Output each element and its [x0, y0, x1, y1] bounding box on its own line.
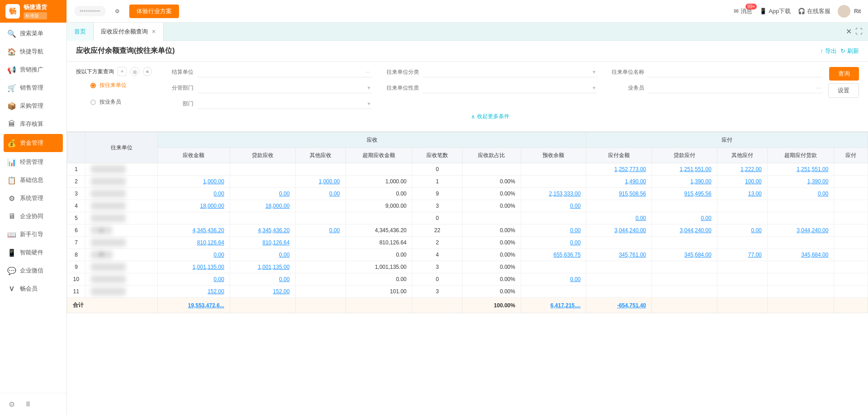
- salesperson-dots[interactable]: ···: [815, 85, 823, 91]
- sidebar-item-system[interactable]: ⚙ 系统管理: [0, 189, 66, 207]
- partner-nature-input[interactable]: [423, 83, 591, 93]
- table-cell[interactable]: 0.00: [521, 200, 586, 212]
- table-cell[interactable]: 345,684.00: [652, 249, 717, 261]
- table-cell[interactable]: 1,000.00: [295, 176, 345, 188]
- table-cell[interactable]: 4,345,436.20: [158, 224, 230, 237]
- table-cell[interactable]: 915,495.56: [652, 188, 717, 200]
- table-cell[interactable]: 0.00: [230, 188, 295, 200]
- table-cell[interactable]: 0.00: [158, 273, 230, 286]
- partner-nature-chevron[interactable]: ▾: [591, 85, 597, 91]
- scheme-collapse-button[interactable]: «: [143, 67, 152, 76]
- table-cell[interactable]: 1,001,135.00: [230, 261, 295, 273]
- footer-ap-total[interactable]: -654,751.40: [586, 298, 652, 313]
- table-cell[interactable]: 810,126.64: [230, 237, 295, 249]
- table-cell[interactable]: 1,390.00: [767, 176, 834, 188]
- setting-button[interactable]: 设置: [828, 83, 859, 98]
- settlement-unit-input[interactable]: [197, 67, 364, 77]
- table-cell[interactable]: 1,251,551.00: [767, 163, 834, 176]
- user-area[interactable]: Rit: [838, 5, 861, 18]
- app-download-button[interactable]: 📱 App下载: [760, 7, 791, 15]
- sidebar-item-guide[interactable]: 📖 新手引导: [0, 225, 66, 243]
- table-cell[interactable]: 1,251,551.00: [652, 163, 717, 176]
- refresh-button[interactable]: ↻ 刷新: [840, 47, 859, 55]
- sidebar-item-sales[interactable]: 🛒 销售管理: [0, 79, 66, 97]
- table-cell[interactable]: 0.00: [521, 237, 586, 249]
- sidebar-item-member[interactable]: V 畅会员: [0, 280, 66, 298]
- table-cell[interactable]: 655,636.75: [521, 249, 586, 261]
- table-cell[interactable]: 77.00: [717, 249, 767, 261]
- table-cell[interactable]: 3,044,240.00: [586, 224, 652, 237]
- table-cell[interactable]: 0.00: [158, 249, 230, 261]
- submenu-by-staff[interactable]: 按业务员: [76, 95, 152, 110]
- table-cell[interactable]: 3,044,240.00: [652, 224, 717, 237]
- table-cell[interactable]: 810,126.64: [158, 237, 230, 249]
- promo-button[interactable]: 体验行业方案: [129, 5, 179, 18]
- table-cell[interactable]: 100.00: [717, 176, 767, 188]
- table-cell[interactable]: 18,000.00: [158, 200, 230, 212]
- sidebar-item-quick-nav[interactable]: 🏠 快捷导航: [0, 43, 66, 61]
- header-settings-button[interactable]: ⚙: [111, 5, 124, 18]
- scheme-target-button[interactable]: ◎: [130, 67, 139, 76]
- service-button[interactable]: 🎧 在线客服: [798, 7, 830, 15]
- partner-name-input[interactable]: [648, 67, 823, 77]
- sidebar-item-search-menu[interactable]: 🔍 搜索菜单: [0, 24, 66, 43]
- table-cell[interactable]: 1,252,773.00: [586, 163, 652, 176]
- add-scheme-button[interactable]: +: [118, 67, 127, 76]
- sidebar-item-finance[interactable]: 💰 资金管理: [4, 134, 63, 152]
- table-cell[interactable]: 2,153,333.00: [521, 188, 586, 200]
- sidebar-collapse-button[interactable]: ⏸: [22, 398, 34, 410]
- table-cell[interactable]: 1,222.00: [717, 163, 767, 176]
- tab-ar-ap[interactable]: 应收应付余额查询 ✕: [94, 23, 164, 41]
- partner-category-chevron[interactable]: ▾: [591, 69, 597, 75]
- table-cell[interactable]: 0.00: [230, 249, 295, 261]
- export-button[interactable]: ↑ 导出: [821, 47, 837, 55]
- tab-maximize-button[interactable]: ⛶: [855, 28, 863, 36]
- settlement-unit-dots[interactable]: ···: [364, 69, 372, 75]
- table-cell[interactable]: 0.00: [521, 224, 586, 237]
- partner-category-input[interactable]: [423, 67, 591, 77]
- tab-close-button[interactable]: ✕: [151, 29, 156, 35]
- table-cell[interactable]: 915,508.56: [586, 188, 652, 200]
- table-cell[interactable]: 13.00: [717, 188, 767, 200]
- table-cell[interactable]: 0.00: [767, 188, 834, 200]
- table-cell[interactable]: 152.00: [158, 286, 230, 298]
- footer-advance[interactable]: 6,417,215....: [521, 298, 586, 313]
- sidebar-gear-button[interactable]: ⚙: [5, 398, 18, 410]
- sidebar-item-marketing[interactable]: 📢 营销推广: [0, 61, 66, 79]
- sidebar-item-basic-info[interactable]: 📋 基础信息: [0, 171, 66, 189]
- dept-managed-chevron[interactable]: ▾: [366, 85, 372, 91]
- table-cell[interactable]: 0.00: [717, 224, 767, 237]
- table-cell[interactable]: 4,345,436.20: [230, 224, 295, 237]
- dept-input[interactable]: [197, 99, 366, 109]
- table-cell[interactable]: 3,044,240.00: [767, 224, 834, 237]
- query-button[interactable]: 查询: [829, 67, 859, 81]
- table-cell[interactable]: 0.00: [295, 188, 345, 200]
- submenu-by-unit[interactable]: 按往来单位: [76, 78, 152, 93]
- dept-chevron[interactable]: ▾: [366, 100, 372, 107]
- table-cell[interactable]: 0.00: [158, 188, 230, 200]
- table-cell[interactable]: 152.00: [230, 286, 295, 298]
- dept-managed-input[interactable]: [197, 83, 366, 93]
- salesperson-input[interactable]: [648, 83, 815, 93]
- table-cell[interactable]: 345,761.00: [586, 249, 652, 261]
- sidebar-item-enterprise[interactable]: 🖥 企业协同: [0, 207, 66, 225]
- sidebar-item-inventory[interactable]: 🏛 库存核算: [0, 115, 66, 133]
- table-cell[interactable]: 1,001,135.00: [158, 261, 230, 273]
- table-cell[interactable]: 0.00: [230, 273, 295, 286]
- table-cell[interactable]: 1,390.00: [652, 176, 717, 188]
- sidebar-item-wechat[interactable]: 💬 企业微信: [0, 262, 66, 280]
- sidebar-item-business[interactable]: 📊 经营管理: [0, 153, 66, 171]
- collapse-more-button[interactable]: ∧ 收起更多条件: [471, 113, 509, 120]
- tab-home[interactable]: 首页: [67, 23, 94, 41]
- table-cell[interactable]: 0.00: [586, 212, 652, 224]
- table-cell[interactable]: 0.00: [521, 273, 586, 286]
- table-cell[interactable]: 1,490.00: [586, 176, 652, 188]
- tab-close-window-button[interactable]: ✕: [846, 27, 852, 36]
- table-cell[interactable]: 1,000.00: [158, 176, 230, 188]
- table-cell[interactable]: 18,000.00: [230, 200, 295, 212]
- table-cell[interactable]: 0.00: [295, 224, 345, 237]
- footer-ar-total[interactable]: 19,553,472,6...: [158, 298, 230, 313]
- sidebar-item-smart-hw[interactable]: 📱 智能硬件: [0, 243, 66, 262]
- message-button[interactable]: ✉ 消息 99+: [734, 7, 752, 15]
- sidebar-item-purchase[interactable]: 📦 采购管理: [0, 97, 66, 115]
